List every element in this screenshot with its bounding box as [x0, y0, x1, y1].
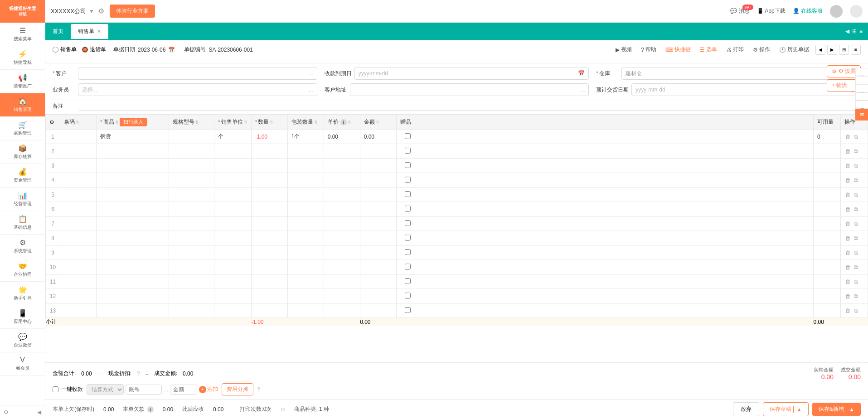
delete-icon[interactable]: 🗑 — [845, 264, 851, 270]
row-quantity[interactable] — [251, 202, 287, 217]
radio-sales-input[interactable] — [53, 47, 58, 53]
row-gift[interactable] — [396, 144, 419, 159]
date-picker-icon[interactable]: 📅 — [168, 47, 175, 53]
gift-checkbox[interactable] — [405, 235, 411, 241]
row-barcode[interactable] — [60, 303, 97, 318]
warehouse-input[interactable]: 建材仓 ... — [621, 67, 861, 80]
tab-home[interactable]: 首页 — [45, 24, 71, 39]
row-barcode[interactable] — [60, 289, 97, 303]
row-product[interactable] — [97, 173, 169, 188]
settle-method-select[interactable]: 结算方式 — [87, 384, 124, 395]
row-quantity[interactable] — [251, 275, 287, 289]
row-spec[interactable] — [169, 144, 214, 159]
row-product[interactable] — [97, 231, 169, 246]
save-new-arrow[interactable]: ▲ — [846, 406, 854, 413]
customer-address-input[interactable]: ... — [350, 83, 589, 96]
delete-icon[interactable]: 🗑 — [845, 293, 851, 299]
copy-icon[interactable]: ⧉ — [854, 279, 858, 285]
row-price[interactable] — [324, 144, 360, 159]
gift-checkbox[interactable] — [405, 148, 411, 154]
print-btn[interactable]: 🖨 打印 — [723, 44, 747, 55]
row-quantity[interactable] — [251, 144, 287, 159]
sidebar-collapse-icon[interactable]: ◀ — [37, 409, 41, 415]
row-price[interactable]: 0.00 — [324, 130, 360, 144]
sidebar-item-system[interactable]: ⚙系统管理 — [0, 235, 45, 258]
delete-icon[interactable]: 🗑 — [845, 148, 851, 154]
sidebar-item-marketing[interactable]: 📢营销推广 — [0, 70, 45, 93]
delete-icon[interactable]: 🗑 — [845, 221, 851, 227]
delete-icon[interactable]: 🗑 — [845, 163, 851, 169]
sidebar-item-member[interactable]: V畅会员 — [0, 352, 45, 376]
row-gift[interactable] — [396, 217, 419, 231]
shortcut-btn[interactable]: ⌨ 快捷键 — [663, 44, 693, 55]
row-spec[interactable] — [169, 303, 214, 318]
view-list-icon[interactable]: ≡ — [851, 45, 861, 55]
gift-checkbox[interactable] — [405, 133, 411, 139]
right-panel-btn-2[interactable]: 锁 — [855, 76, 868, 84]
account-input[interactable] — [126, 385, 162, 395]
view-icon-1[interactable]: ◀ — [815, 45, 825, 55]
copy-icon[interactable]: ⧉ — [854, 134, 858, 140]
row-spec[interactable] — [169, 231, 214, 246]
row-product[interactable] — [97, 246, 169, 260]
experience-btn[interactable]: 体验行业方案 — [110, 5, 155, 18]
delete-icon[interactable]: 🗑 — [845, 206, 851, 212]
gift-checkbox[interactable] — [405, 162, 411, 168]
gift-checkbox[interactable] — [405, 264, 411, 270]
fee-split-btn[interactable]: 费用分摊 — [222, 383, 253, 395]
row-quantity[interactable] — [251, 246, 287, 260]
row-product[interactable] — [97, 289, 169, 303]
row-spec[interactable] — [169, 188, 214, 202]
copy-icon[interactable]: ⧉ — [854, 177, 858, 183]
row-barcode[interactable] — [60, 144, 97, 159]
row-price[interactable] — [324, 289, 360, 303]
row-barcode[interactable] — [60, 275, 97, 289]
row-barcode[interactable] — [60, 173, 97, 188]
view-icon-2[interactable]: ▶ — [827, 45, 837, 55]
row-gift[interactable] — [396, 231, 419, 246]
save-new-btn[interactable]: 保存&新增 ▲ — [812, 403, 861, 416]
row-gift[interactable] — [396, 260, 419, 275]
radio-return-input[interactable] — [82, 47, 88, 53]
gift-checkbox[interactable] — [405, 249, 411, 255]
sidebar-item-purchase[interactable]: 🛒采购管理 — [0, 117, 45, 140]
radio-sales[interactable]: 销售单 — [53, 46, 77, 53]
row-spec[interactable] — [169, 130, 214, 144]
video-btn[interactable]: ▶ 视频 — [613, 44, 635, 55]
right-panel-btn-1[interactable]: 图 — [855, 68, 868, 76]
row-quantity[interactable] — [251, 173, 287, 188]
row-barcode[interactable] — [60, 202, 97, 217]
right-panel-btn-3[interactable]: 眼 — [855, 84, 868, 92]
row-price[interactable] — [324, 303, 360, 318]
row-quantity[interactable] — [251, 303, 287, 318]
note-input[interactable] — [78, 102, 861, 111]
sidebar-item-shortcut[interactable]: ⚡快捷导航 — [0, 46, 45, 70]
row-gift[interactable] — [396, 159, 419, 173]
tab-close-icon[interactable]: ✕ — [97, 29, 101, 34]
row-gift[interactable] — [396, 246, 419, 260]
row-gift[interactable] — [396, 303, 419, 318]
gift-checkbox[interactable] — [405, 177, 411, 183]
sidebar-settings-icon[interactable]: ⚙ — [4, 409, 9, 415]
select-btn[interactable]: ☰ 选单 — [697, 44, 720, 55]
row-price[interactable] — [324, 159, 360, 173]
row-spec[interactable] — [169, 159, 214, 173]
sidebar-item-basic[interactable]: 📋基础信息 — [0, 211, 45, 235]
row-spec[interactable] — [169, 217, 214, 231]
add-payment-btn[interactable]: + 添加 — [199, 385, 218, 393]
gift-checkbox[interactable] — [405, 206, 411, 212]
row-quantity[interactable]: -1.00 — [251, 130, 287, 144]
price-info-icon[interactable]: ℹ — [340, 119, 347, 125]
tab-list-view[interactable]: ≡ — [859, 28, 863, 34]
sidebar-item-search[interactable]: ☰搜索菜单 — [0, 23, 45, 46]
payment-due-calendar-icon[interactable]: 📅 — [578, 70, 585, 77]
row-quantity[interactable] — [251, 231, 287, 246]
row-barcode[interactable] — [60, 130, 97, 144]
fee-help-icon[interactable]: ? — [257, 386, 260, 393]
message-btn[interactable]: 💬 消息 99+ — [730, 7, 749, 15]
row-barcode[interactable] — [60, 217, 97, 231]
app-download-btn[interactable]: 📱 App下载 — [757, 7, 786, 15]
delete-icon[interactable]: 🗑 — [845, 279, 851, 285]
row-barcode[interactable] — [60, 231, 97, 246]
row-quantity[interactable] — [251, 159, 287, 173]
